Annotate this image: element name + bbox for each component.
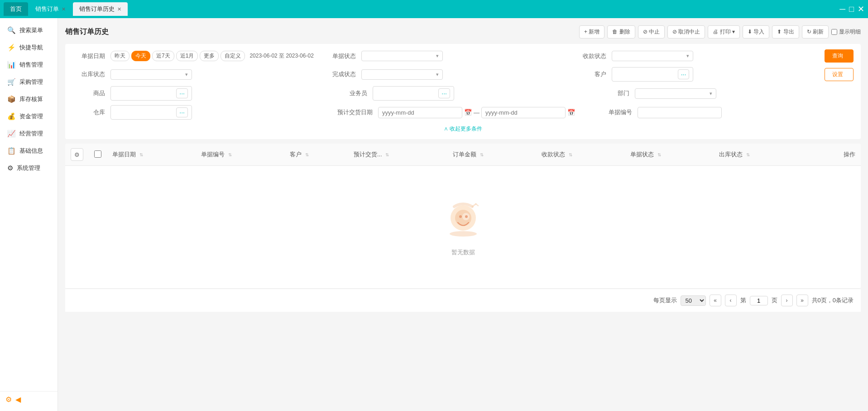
sidebar-item-purchase-mgmt[interactable]: 🛒 采购管理 <box>0 73 58 91</box>
sort-customer-icon: ⇅ <box>305 152 309 157</box>
query-button[interactable]: 查询 <box>825 49 854 63</box>
today-btn[interactable]: 今天 <box>131 51 150 61</box>
page-number-input[interactable] <box>750 296 768 305</box>
sort-expected-delivery-icon: ⇅ <box>385 152 389 157</box>
th-out-status[interactable]: 出库状态 ⇅ <box>714 144 802 166</box>
date-separator: — <box>474 109 480 116</box>
goods-ellipsis[interactable]: ··· <box>176 88 188 98</box>
main-layout: 🔍 搜索菜单 ⚡ 快捷导航 📊 销售管理 🛒 采购管理 📦 库存核算 💰 资金管… <box>0 18 868 411</box>
customer-ellipsis[interactable]: ··· <box>678 69 690 79</box>
sidebar-item-purchase-mgmt-label: 采购管理 <box>19 78 43 86</box>
window-close-icon[interactable]: ✕ <box>858 4 864 14</box>
top-bar: 首页 销售订单 ✕ 销售订单历史 ✕ ─ □ ✕ <box>0 0 868 18</box>
tab-sales-order[interactable]: 销售订单 ✕ <box>29 2 72 16</box>
collapse-row[interactable]: ∧ 收起更多条件 <box>72 124 854 134</box>
import-button-label: ⬇ 导入 <box>748 28 764 36</box>
goods-select[interactable]: ··· <box>110 86 192 101</box>
th-order-amount[interactable]: 订单金额 ⇅ <box>447 144 536 166</box>
bill-no-input[interactable] <box>638 107 722 118</box>
tab-sales-order-history-close[interactable]: ✕ <box>117 6 121 12</box>
per-page-select[interactable]: 10 20 50 100 <box>681 295 706 306</box>
yesterday-btn[interactable]: 昨天 <box>110 51 129 61</box>
sidebar-item-business-mgmt[interactable]: 📈 经营管理 <box>0 125 58 142</box>
next-page-btn[interactable]: › <box>781 295 793 306</box>
prev-page-btn[interactable]: ‹ <box>725 295 737 306</box>
dept-select[interactable]: ▾ <box>635 88 716 99</box>
per-page-label: 每页显示 <box>653 296 677 305</box>
display-cols-checkbox[interactable] <box>831 29 837 35</box>
first-page-btn[interactable]: « <box>710 295 721 306</box>
last-page-btn[interactable]: » <box>796 295 808 306</box>
more-btn[interactable]: 更多 <box>200 51 219 61</box>
th-bill-no[interactable]: 单据编号 ⇅ <box>196 144 284 166</box>
settings-button[interactable]: 设置 <box>825 68 854 81</box>
cancel-stop-button[interactable]: ⊘ 取消中止 <box>667 25 705 39</box>
bill-status-select[interactable]: ▾ <box>361 51 443 61</box>
refresh-button[interactable]: ↻ 刷新 <box>802 25 829 39</box>
sidebar-item-fund-mgmt[interactable]: 💰 资金管理 <box>0 108 58 125</box>
bill-status-label: 单据状态 <box>323 52 356 60</box>
sidebar-item-inventory-check[interactable]: 📦 库存核算 <box>0 91 58 108</box>
date-label: 单据日期 <box>72 52 105 60</box>
maximize-icon[interactable]: □ <box>849 5 854 14</box>
sidebar-collapse-icon[interactable]: ◀ <box>15 395 21 404</box>
salesperson-select[interactable]: ··· <box>373 86 454 101</box>
add-button[interactable]: + 新增 <box>579 25 604 39</box>
salesperson-ellipsis[interactable]: ··· <box>438 88 450 98</box>
out-status-label: 出库状态 <box>72 70 105 78</box>
th-out-status-label: 出库状态 <box>719 151 743 158</box>
complete-status-select[interactable]: ▾ <box>361 69 443 80</box>
th-receipt-status[interactable]: 收款状态 ⇅ <box>536 144 625 166</box>
tab-sales-order-history-label: 销售订单历史 <box>79 5 115 13</box>
customer-select[interactable]: ··· <box>612 67 693 82</box>
export-button-label: ⬆ 导出 <box>777 28 794 36</box>
out-status-select[interactable]: ▾ <box>110 69 192 80</box>
print-button[interactable]: 🖨 打印 ▾ <box>708 25 740 39</box>
delete-button[interactable]: 🗑 删除 <box>607 25 635 39</box>
tab-sales-order-history[interactable]: 销售订单历史 ✕ <box>73 2 128 16</box>
delete-button-label: 🗑 删除 <box>612 28 630 36</box>
stop-button[interactable]: ⊘ 中止 <box>638 25 665 39</box>
last7-btn[interactable]: 近7天 <box>152 51 174 61</box>
tab-home[interactable]: 首页 <box>4 2 28 16</box>
data-table: ⚙ 单据日期 ⇅ 单据编号 ⇅ <box>65 144 861 289</box>
import-button[interactable]: ⬇ 导入 <box>743 25 769 39</box>
calendar-to-icon[interactable]: 📅 <box>567 109 575 116</box>
custom-btn[interactable]: 自定义 <box>221 51 245 61</box>
warehouse-select[interactable]: ··· <box>110 105 192 120</box>
sidebar-item-sys-mgmt[interactable]: ⚙ 系统管理 <box>0 160 58 177</box>
warehouse-ellipsis[interactable]: ··· <box>176 107 188 117</box>
sidebar-item-quick-nav[interactable]: ⚡ 快捷导航 <box>0 39 58 56</box>
th-expected-delivery[interactable]: 预计交货... ⇅ <box>348 144 447 166</box>
sort-order-amount-icon: ⇅ <box>480 152 484 157</box>
tab-sales-order-close[interactable]: ✕ <box>62 6 66 12</box>
sidebar-item-basic-info[interactable]: 📋 基础信息 <box>0 142 58 160</box>
inventory-check-icon: 📦 <box>7 95 16 103</box>
expected-date-from-input[interactable] <box>378 107 462 118</box>
th-customer[interactable]: 客户 ⇅ <box>284 144 348 166</box>
th-checkbox <box>89 144 107 166</box>
filter-row-3: 商品 ··· 业务员 ··· 部门 <box>72 86 854 101</box>
last1m-btn[interactable]: 近1月 <box>176 51 198 61</box>
minimize-icon[interactable]: ─ <box>839 5 845 14</box>
receipt-status-select[interactable]: ▾ <box>612 51 693 61</box>
calendar-from-icon[interactable]: 📅 <box>464 109 472 116</box>
sidebar-item-inventory-check-label: 库存核算 <box>19 95 43 103</box>
warehouse-label: 仓库 <box>72 108 105 116</box>
display-cols-check[interactable]: 显示明细 <box>831 28 861 36</box>
sidebar-item-sales-mgmt[interactable]: 📊 销售管理 <box>0 56 58 73</box>
expected-date-to-input[interactable] <box>481 107 566 118</box>
table-wrap: ⚙ 单据日期 ⇅ 单据编号 ⇅ <box>65 144 861 289</box>
th-bill-status[interactable]: 单据状态 ⇅ <box>625 144 714 166</box>
sidebar-item-search-menu[interactable]: 🔍 搜索菜单 <box>0 22 58 39</box>
customer-control: ··· <box>612 67 819 82</box>
select-all-checkbox[interactable] <box>94 150 101 158</box>
svg-point-0 <box>450 231 477 237</box>
gear-button[interactable]: ⚙ <box>71 148 83 161</box>
export-button[interactable]: ⬆ 导出 <box>772 25 799 39</box>
complete-status-label: 完成状态 <box>323 70 356 78</box>
svg-point-5 <box>465 215 468 218</box>
sidebar-settings-icon[interactable]: ⚙ <box>5 395 12 404</box>
th-bill-date[interactable]: 单据日期 ⇅ <box>107 144 196 166</box>
th-action-label: 操作 <box>844 151 855 158</box>
